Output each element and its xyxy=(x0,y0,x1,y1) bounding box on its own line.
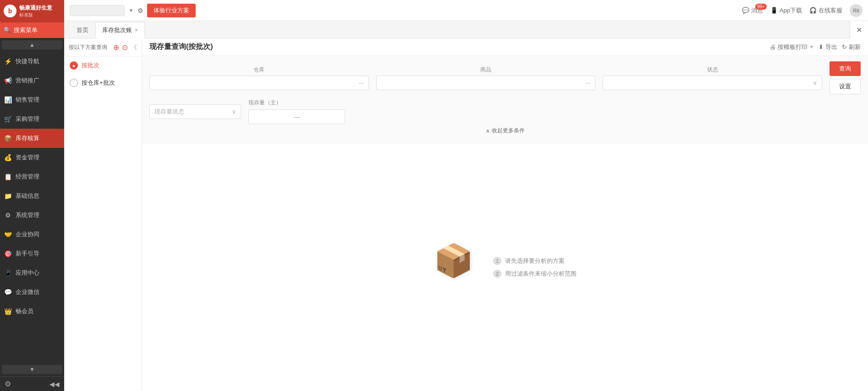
warehouse-label: 仓库 xyxy=(149,66,369,74)
print-icon: 🖨 xyxy=(770,43,776,50)
stock-status-filter: 现存量状态 ∨ xyxy=(149,104,241,119)
scheme-by-warehouse-batch[interactable]: ○ 按仓库+批次 xyxy=(64,74,142,92)
page-title: 现存量查询(按批次) xyxy=(149,42,213,52)
breadcrumb-input[interactable] xyxy=(70,5,125,16)
empty-tips: 1 请先选择要分析的方案 2 用过滤条件来缩小分析范围 xyxy=(493,257,577,278)
settings-button[interactable]: 设置 xyxy=(830,79,861,94)
stock-quantity-range[interactable]: — xyxy=(248,109,345,124)
enterprise-coop-icon: 🤝 xyxy=(4,230,12,239)
status-label: 状态 xyxy=(603,66,822,74)
sidebar-item-app-center[interactable]: 📱 应用中心 xyxy=(0,263,64,282)
sidebar-item-new-guide[interactable]: 🎯 新手引导 xyxy=(0,244,64,263)
sidebar-item-finance[interactable]: 💰 资金管理 xyxy=(0,148,64,167)
warehouse-input[interactable]: ··· xyxy=(149,76,369,90)
collapse-filters-btn[interactable]: ∧ 收起更多条件 xyxy=(149,124,861,137)
warehouse-filter: 仓库 ··· xyxy=(149,66,369,90)
sidebar-item-system[interactable]: ⚙ 系统管理 xyxy=(0,206,64,225)
empty-illustration: 📦 xyxy=(434,244,479,290)
refresh-icon: ↻ xyxy=(842,43,847,50)
action-buttons: 查询 设置 xyxy=(830,61,861,94)
empty-state: 📦 1 请先选择要分析的方案 2 用过滤条件来缩小分析范围 xyxy=(142,143,868,391)
sidebar-item-operations[interactable]: 📋 经营管理 xyxy=(0,167,64,186)
sidebar-item-inventory[interactable]: 📦 库存核算 xyxy=(0,129,64,148)
tip-item-1: 1 请先选择要分析的方案 xyxy=(493,257,577,265)
stock-quantity-filter: 现存量（主） — xyxy=(248,99,345,124)
topbar-right: 💬 消息 99+ 📱 App下载 🎧 在线客服 Rit xyxy=(742,4,863,17)
sidebar-settings-icon[interactable]: ⚙ xyxy=(5,380,11,388)
stock-qty-max-input[interactable] xyxy=(303,114,340,120)
query-button[interactable]: 查询 xyxy=(830,61,861,76)
filter-row-2: 现存量状态 ∨ 现存量（主） — xyxy=(149,99,861,124)
topbar: ▼ ⚙ 体验行业方案 💬 消息 99+ 📱 App下载 🎧 在线客服 Rit xyxy=(64,0,868,21)
main-panel: 现存量查询(按批次) 🖨 按模板打印 ▼ ⬇ 导出 ↻ 刷新 xyxy=(142,38,868,391)
export-btn[interactable]: ⬇ 导出 xyxy=(819,43,837,51)
status-input[interactable]: ∨ xyxy=(603,76,822,90)
tab-inventory-batch[interactable]: 库存批次账 × xyxy=(95,22,145,38)
topbar-chevron-icon[interactable]: ▼ xyxy=(128,7,134,14)
tip-1-num: 1 xyxy=(493,257,501,265)
sidebar-header: b 畅康通好生意 标准版 xyxy=(0,0,64,22)
marketing-icon: 📢 xyxy=(4,76,12,85)
page-close-button[interactable]: ✕ xyxy=(850,21,868,38)
topbar-left: ▼ ⚙ 体验行业方案 xyxy=(70,4,738,17)
refresh-btn[interactable]: ↻ 刷新 xyxy=(842,43,861,51)
sidebar-collapse-icon[interactable]: ◀◀ xyxy=(49,380,60,388)
goods-input[interactable]: ··· xyxy=(376,76,596,90)
tab-home[interactable]: 首页 xyxy=(70,22,95,38)
sidebar-item-sales[interactable]: 📊 销售管理 xyxy=(0,90,64,109)
enterprise-wechat-icon: 💬 xyxy=(4,288,12,296)
quick-nav-icon: ⚡ xyxy=(4,57,12,65)
experience-btn[interactable]: 体验行业方案 xyxy=(147,4,196,17)
filter-panel: 按以下方案查询 ⊕ ⊙ 《 ● 按批次 ○ 按仓库+批次 xyxy=(64,38,142,391)
header-actions: 🖨 按模板打印 ▼ ⬇ 导出 ↻ 刷新 xyxy=(770,43,861,51)
scheme-settings-icon[interactable]: ⊙ xyxy=(122,43,128,52)
phone-icon: 📱 xyxy=(770,7,778,14)
member-icon: 👑 xyxy=(4,307,12,315)
stock-qty-min-input[interactable] xyxy=(253,114,290,120)
scheme-dot-outline: ○ xyxy=(70,79,78,87)
topbar-gear-icon[interactable]: ⚙ xyxy=(137,7,143,14)
print-btn[interactable]: 🖨 按模板打印 ▼ xyxy=(770,43,814,51)
new-guide-icon: 🎯 xyxy=(4,250,12,258)
status-chevron-icon: ∨ xyxy=(813,80,817,86)
scheme-collapse-icon[interactable]: 《 xyxy=(131,43,137,52)
tab-close-icon[interactable]: × xyxy=(135,27,138,33)
sidebar-item-basics[interactable]: 📁 基础信息 xyxy=(0,186,64,206)
tabbar-container: 首页 库存批次账 × ✕ xyxy=(64,21,868,38)
sidebar-item-enterprise-wechat[interactable]: 💬 企业微信 xyxy=(0,282,64,302)
warehouse-more-icon[interactable]: ··· xyxy=(358,79,364,87)
sidebar-item-marketing[interactable]: 📢 营销推广 xyxy=(0,71,64,90)
sidebar-item-quick-nav[interactable]: ⚡ 快捷导航 xyxy=(0,52,64,71)
sidebar-item-purchase[interactable]: 🛒 采购管理 xyxy=(0,109,64,129)
scroll-down-button[interactable]: ▼ xyxy=(2,365,62,374)
sidebar-item-member[interactable]: 👑 畅会员 xyxy=(0,302,64,321)
add-scheme-icon[interactable]: ⊕ xyxy=(113,44,119,51)
scheme-dot-active: ● xyxy=(70,61,78,70)
search-icon: 🔍 xyxy=(4,27,11,33)
goods-filter: 商品 ··· xyxy=(376,66,596,90)
messages-btn[interactable]: 💬 消息 99+ xyxy=(742,6,763,15)
user-avatar: Rit xyxy=(850,4,863,17)
filter-panel-header: 按以下方案查询 ⊕ ⊙ 《 xyxy=(64,38,142,57)
app-logo: b xyxy=(4,5,16,17)
app-center-icon: 📱 xyxy=(4,269,12,277)
purchase-icon: 🛒 xyxy=(4,115,12,123)
user-profile[interactable]: Rit xyxy=(850,4,863,17)
goods-label: 商品 xyxy=(376,66,596,74)
app-download-btn[interactable]: 📱 App下载 xyxy=(770,6,802,15)
online-support-btn[interactable]: 🎧 在线客服 xyxy=(809,6,842,15)
tabbar: 首页 库存批次账 × xyxy=(64,21,868,38)
goods-more-icon[interactable]: ··· xyxy=(585,79,591,87)
export-icon: ⬇ xyxy=(819,43,824,50)
brand-info: 畅康通好生意 标准版 xyxy=(19,5,52,18)
sidebar-search[interactable]: 🔍 搜索菜单 xyxy=(0,22,64,38)
filter-row-1: 仓库 ··· 商品 ··· xyxy=(149,61,861,94)
scroll-up-button[interactable]: ▲ xyxy=(2,40,62,49)
collapse-icon: ∧ xyxy=(486,128,490,134)
print-chevron-icon: ▼ xyxy=(809,44,814,49)
stock-status-select[interactable]: 现存量状态 ∨ xyxy=(149,104,241,119)
sidebar-item-enterprise-coop[interactable]: 🤝 企业协同 xyxy=(0,225,64,244)
tip-item-2: 2 用过滤条件来缩小分析范围 xyxy=(493,270,577,278)
scheme-by-batch[interactable]: ● 按批次 xyxy=(64,57,142,74)
basics-icon: 📁 xyxy=(4,192,12,200)
